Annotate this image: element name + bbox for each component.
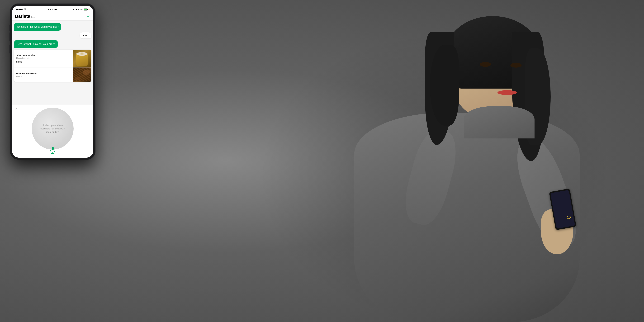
coffee-image — [72, 50, 91, 67]
phone-device: 9:41 AM 100% — [10, 4, 95, 160]
item-1-name: Short Flat White — [16, 54, 71, 57]
silent-switch[interactable] — [9, 25, 10, 31]
app-title: Barista — [15, 14, 30, 19]
item-1-detail: No customizations — [16, 57, 71, 59]
close-voice-button[interactable]: × — [15, 106, 18, 111]
bot-bubble-2: Here is what I have for your order. — [14, 40, 58, 48]
status-time: 9:41 AM — [48, 8, 57, 11]
mic-button[interactable] — [50, 146, 56, 155]
bot-message-2: Here is what I have for your order. — [14, 40, 58, 48]
voice-input-area: × double upside down macchiato half deca… — [12, 104, 93, 158]
item-2-detail: warmed — [16, 75, 71, 78]
item-1-image — [72, 50, 91, 67]
user-bubble-1: short — [80, 32, 91, 38]
voice-transcription: double upside down macchiato half decaf … — [32, 124, 74, 134]
item-1-price: $3.85 — [16, 60, 71, 63]
order-item-2: Banana Nut Bread warmed — [14, 68, 91, 82]
signal-dots — [16, 9, 22, 10]
bot-message-1: What size Flat White would you like? — [14, 23, 61, 31]
person-eye-right — [480, 62, 491, 67]
power-button[interactable] — [96, 38, 96, 51]
volume-down-button[interactable] — [9, 44, 10, 54]
item-2-name: Banana Nut Bread — [16, 72, 71, 75]
chat-area: What size Flat White would you like? sho… — [12, 20, 93, 104]
voice-circle: double upside down macchiato half decaf … — [32, 108, 74, 150]
bread-image — [72, 68, 91, 82]
status-right-icons: 100% — [73, 8, 90, 11]
phone-wrapper: 9:41 AM 100% — [10, 4, 95, 160]
phone-screen: 9:41 AM 100% — [12, 6, 93, 158]
person-ring — [567, 216, 571, 219]
status-bar: 9:41 AM 100% — [12, 6, 93, 12]
order-card: Short Flat White No customizations $3.85 — [14, 50, 91, 82]
app-header: Barista beta ✓ — [12, 12, 93, 20]
person-area — [96, 0, 644, 322]
bluetooth-icon — [76, 8, 77, 11]
beta-label: beta — [31, 16, 35, 18]
header-checkmark[interactable]: ✓ — [87, 14, 90, 19]
person-hair-volume2 — [430, 45, 459, 126]
person-eye-left — [510, 63, 522, 68]
charging-icon — [88, 8, 90, 10]
order-item-1-info: Short Flat White No customizations $3.85 — [14, 50, 72, 67]
battery-icon — [84, 8, 88, 10]
item-2-image — [72, 68, 91, 82]
microphone-icon — [50, 146, 56, 154]
person-lips — [498, 90, 517, 95]
user-message-1: short — [80, 32, 91, 38]
wifi-icon — [24, 8, 26, 10]
battery-percent: 100% — [78, 8, 83, 11]
order-item-1: Short Flat White No customizations $3.85 — [14, 50, 91, 68]
signal-indicators — [16, 8, 26, 10]
person-collar — [464, 106, 534, 138]
header-title-group: Barista beta — [15, 14, 35, 19]
bot-bubble-1: What size Flat White would you like? — [14, 23, 61, 31]
location-icon — [73, 8, 75, 10]
svg-rect-0 — [52, 147, 54, 150]
order-item-2-info: Banana Nut Bread warmed — [14, 68, 72, 82]
volume-up-button[interactable] — [9, 32, 10, 42]
